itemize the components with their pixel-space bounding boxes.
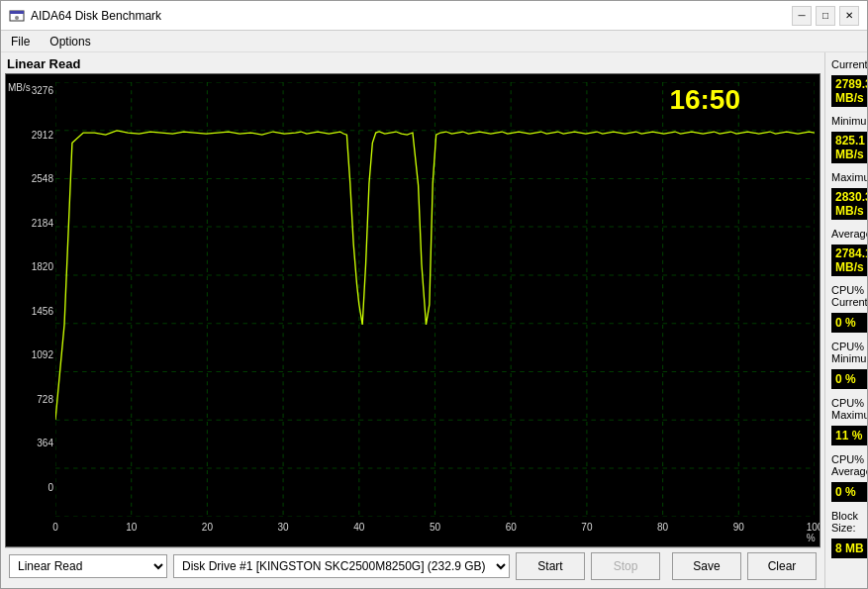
minimum-value: 825.1 MB/s (831, 132, 867, 163)
y-label-364: 364 (37, 438, 53, 448)
minimize-button[interactable]: ─ (792, 6, 812, 26)
maximum-label: Maximum: (831, 171, 867, 183)
main-panel: Linear Read MB/s 3276 2912 2548 2184 182… (1, 52, 824, 588)
x-label-30: 30 (278, 522, 289, 533)
y-label-728: 728 (37, 393, 53, 404)
x-label-20: 20 (202, 522, 213, 533)
maximum-value: 2830.3 MB/s (831, 188, 867, 220)
cpu-minimum-label: CPU% Minimum: (831, 341, 867, 364)
y-label-1456: 1456 (32, 305, 53, 316)
cpu-current-value: 0 % (831, 313, 867, 333)
start-button[interactable]: Start (516, 552, 585, 580)
y-axis: MB/s 3276 2912 2548 2184 1820 1456 1092 … (6, 82, 55, 517)
cpu-average-value: 0 % (831, 482, 867, 502)
cpu-maximum-value: 11 % (831, 426, 867, 445)
chart-svg (55, 82, 815, 517)
average-value: 2784.1 MB/s (831, 245, 867, 276)
title-bar-left: AIDA64 Disk Benchmark (9, 8, 161, 24)
cpu-average-label: CPU% Average: (831, 453, 867, 477)
x-label-0: 0 (52, 522, 58, 533)
block-size-value: 8 MB (831, 539, 867, 558)
cpu-minimum-value: 0 % (831, 369, 867, 389)
cpu-maximum-label: CPU% Maximum: (831, 397, 867, 421)
minimum-label: Minimum: (831, 115, 867, 127)
y-label-0: 0 (48, 482, 53, 493)
chart-container: MB/s 3276 2912 2548 2184 1820 1456 1092 … (5, 73, 820, 547)
x-label-50: 50 (430, 522, 440, 533)
menu-file[interactable]: File (5, 33, 36, 50)
x-label-100: 100 % (807, 522, 820, 543)
y-label-1092: 1092 (32, 349, 53, 360)
svg-rect-1 (10, 11, 24, 14)
x-label-60: 60 (506, 522, 517, 533)
average-label: Average: (831, 228, 867, 240)
bottom-controls: Linear Read Linear Write Random Read Ran… (5, 547, 820, 584)
right-panel: Current: 2789.3 MB/s Minimum: 825.1 MB/s… (824, 52, 867, 588)
x-label-90: 90 (733, 522, 744, 533)
close-button[interactable]: ✕ (839, 6, 859, 26)
window-controls: ─ □ ✕ (792, 6, 859, 26)
drive-dropdown[interactable]: Disk Drive #1 [KINGSTON SKC2500M8250G] (… (173, 554, 510, 578)
stop-button[interactable]: Stop (591, 552, 660, 580)
save-button[interactable]: Save (672, 552, 741, 580)
y-label-2184: 2184 (32, 217, 53, 228)
y-label-2912: 2912 (32, 129, 53, 140)
chart-title: Linear Read (5, 56, 820, 71)
title-bar: AIDA64 Disk Benchmark ─ □ ✕ (1, 1, 867, 31)
menu-options[interactable]: Options (44, 33, 96, 50)
x-label-40: 40 (353, 522, 364, 533)
menu-bar: File Options (1, 31, 867, 52)
main-window: AIDA64 Disk Benchmark ─ □ ✕ File Options… (0, 0, 868, 589)
clear-button[interactable]: Clear (747, 552, 817, 580)
svg-point-2 (15, 16, 19, 20)
y-unit: MB/s (8, 82, 31, 93)
mode-dropdown[interactable]: Linear Read Linear Write Random Read Ran… (9, 554, 167, 578)
cpu-current-label: CPU% Current: (831, 284, 867, 308)
current-label: Current: (831, 58, 867, 70)
x-label-10: 10 (126, 522, 137, 533)
block-size-label: Block Size: (831, 510, 867, 534)
maximize-button[interactable]: □ (816, 6, 835, 26)
current-value: 2789.3 MB/s (831, 75, 867, 107)
timer-display: 16:50 (669, 84, 740, 116)
content-area: Linear Read MB/s 3276 2912 2548 2184 182… (1, 52, 867, 588)
window-title: AIDA64 Disk Benchmark (31, 9, 161, 23)
y-label-2548: 2548 (32, 173, 53, 184)
app-icon (9, 8, 25, 24)
y-label-1820: 1820 (32, 261, 53, 272)
x-label-80: 80 (657, 522, 668, 533)
x-axis: 0 10 20 30 40 50 60 70 80 90 100 % (55, 517, 815, 546)
x-label-70: 70 (581, 522, 592, 533)
y-label-3276: 3276 (32, 85, 53, 96)
